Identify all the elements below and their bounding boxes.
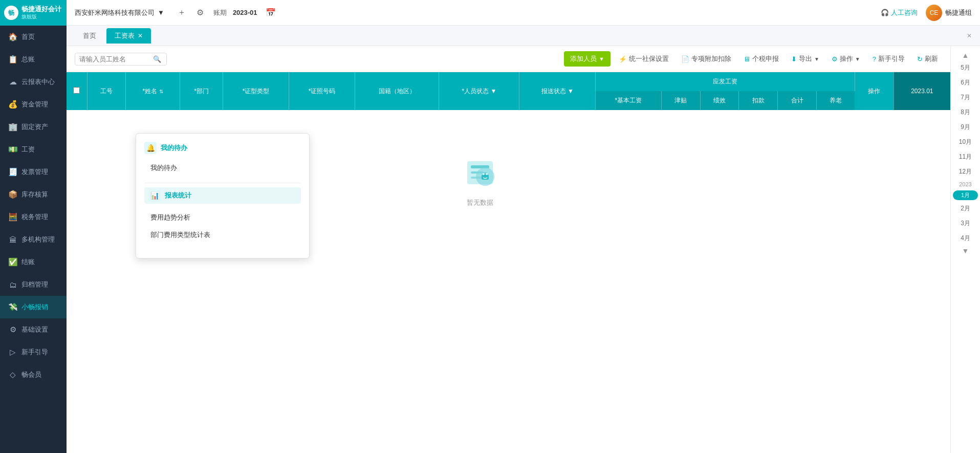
- dropdown-divider: [144, 183, 301, 183]
- period-value: 2023-01: [233, 9, 257, 16]
- refresh-label: 刷新: [925, 54, 938, 63]
- sidebar-item-member[interactable]: ◇ 畅会员: [0, 363, 67, 386]
- month-item-jun[interactable]: 6月: [951, 75, 980, 90]
- logo-icon-text: 畅: [8, 9, 14, 17]
- sidebar-item-assets[interactable]: 🏢 固定资产: [0, 116, 67, 138]
- month-item-jul[interactable]: 7月: [951, 90, 980, 105]
- tab-home[interactable]: 首页: [75, 28, 104, 44]
- current-month-jan[interactable]: 1月: [953, 190, 978, 200]
- month-item-oct[interactable]: 10月: [951, 135, 980, 149]
- operation-btn[interactable]: ⚙ 操作 ▼: [827, 52, 864, 66]
- th-nationality: 国籍（地区）: [355, 72, 439, 110]
- sidebar-nav: 🏠 首页 📋 总账 ☁ 云报表中心 💰 资金管理 🏢 固定资产 💵 工资 🧾 发…: [0, 26, 67, 453]
- sidebar-item-basic[interactable]: ⚙ 基础设置: [0, 318, 67, 341]
- calendar-btn[interactable]: 📅: [264, 6, 278, 20]
- submit-filter-icon[interactable]: ▼: [568, 88, 574, 95]
- tax-icon: 🧮: [8, 212, 17, 222]
- todo-item[interactable]: 我的待办: [144, 159, 301, 177]
- salary-icon: 💵: [8, 145, 17, 154]
- empty-icon: [460, 151, 500, 192]
- month-item-mar[interactable]: 3月: [951, 216, 980, 231]
- month-item-feb[interactable]: 2月: [951, 201, 980, 216]
- guide-action-icon: ?: [873, 55, 876, 63]
- sidebar-item-tax[interactable]: 🧮 税务管理: [0, 206, 67, 228]
- status-filter-icon[interactable]: ▼: [491, 88, 497, 95]
- table-container: 工号 *姓名 ⇅ *部门 *证型类型: [67, 72, 950, 453]
- member-icon: ◇: [8, 370, 17, 379]
- tab-salary-table[interactable]: 工资表 ✕: [106, 28, 151, 44]
- add-company-btn[interactable]: ＋: [175, 6, 189, 20]
- dropdown-section-todo: 🔔 我的待办 我的待办: [144, 142, 301, 177]
- guide-btn[interactable]: ? 新手引导: [868, 52, 909, 66]
- settings-btn[interactable]: ⚙: [193, 6, 207, 20]
- name-sort-icon[interactable]: ⇅: [159, 89, 163, 94]
- month-item-aug[interactable]: 8月: [951, 105, 980, 120]
- select-all-checkbox[interactable]: [73, 87, 80, 94]
- sidebar-item-home[interactable]: 🏠 首页: [0, 26, 67, 48]
- sidebar-item-guide[interactable]: ▷ 新手引导: [0, 341, 67, 363]
- month-item-apr[interactable]: 4月: [951, 231, 980, 246]
- toolbar: 🔍 添加人员 ▼ ⚡ 统一社保设置 📄 专项附加扣除: [67, 46, 950, 72]
- close-all-btn[interactable]: ✕: [967, 32, 972, 39]
- month-item-nov[interactable]: 11月: [951, 149, 980, 164]
- sidebar-item-invoice[interactable]: 🧾 发票管理: [0, 161, 67, 183]
- salary-label: 工资: [21, 145, 35, 154]
- member-label: 畅会员: [21, 370, 41, 379]
- special-deduction-btn[interactable]: 📄 专项附加扣除: [677, 52, 735, 66]
- month-nav: ▲ 5月 6月 7月 8月 9月 10月 11月 12月 2023 1月 2月 …: [950, 46, 980, 453]
- th-total: 合计: [778, 91, 817, 110]
- special-deduction-label: 专项附加扣除: [691, 54, 731, 63]
- search-box[interactable]: 🔍: [75, 53, 167, 66]
- sidebar-item-inventory[interactable]: 📦 库存核算: [0, 183, 67, 206]
- customer-service-btn[interactable]: 🎧 人工咨询: [881, 8, 918, 17]
- tab-close-btn[interactable]: ✕: [138, 32, 143, 39]
- user-info[interactable]: CE 畅捷通组: [926, 5, 972, 21]
- company-selector[interactable]: 西安虾米网络科技有限公司 ▼: [75, 8, 164, 17]
- add-person-btn[interactable]: 添加人员 ▼: [564, 51, 611, 67]
- tax-declaration-icon: 🖥: [744, 55, 750, 63]
- logo-title: 畅捷通好会计: [21, 5, 61, 13]
- export-btn[interactable]: ⬇ 导出 ▼: [787, 52, 823, 66]
- th-period-value: 2023.01: [911, 88, 933, 95]
- sidebar-item-cloud[interactable]: ☁ 云报表中心: [0, 71, 67, 93]
- sidebar-item-expense[interactable]: 💸 小畅报销: [0, 296, 67, 318]
- sidebar-item-archive[interactable]: 🗂 归档管理: [0, 273, 67, 296]
- tax-declaration-btn[interactable]: 🖥 个税申报: [739, 52, 783, 66]
- social-security-btn[interactable]: ⚡ 统一社保设置: [615, 52, 673, 66]
- sidebar-logo: 畅 畅捷通好会计 旗舰版: [0, 0, 67, 26]
- sidebar-item-multi[interactable]: 🏛 多机构管理: [0, 228, 67, 251]
- th-allowance: 津贴: [661, 91, 700, 110]
- sidebar-item-settle[interactable]: ✅ 结账: [0, 251, 67, 273]
- social-security-label: 统一社保设置: [629, 54, 669, 63]
- th-performance: 绩效: [700, 91, 739, 110]
- month-item-may[interactable]: 5月: [951, 60, 980, 75]
- todo-title-label: 我的待办: [161, 143, 187, 153]
- multi-icon: 🏛: [8, 235, 17, 244]
- month-nav-up[interactable]: ▲: [958, 50, 973, 60]
- dropdown-section-report: 📊 报表统计 费用趋势分析 部门费用类型统计表: [144, 187, 301, 244]
- topbar-right: 🎧 人工咨询 CE 畅捷通组: [881, 5, 972, 21]
- settle-icon: ✅: [8, 257, 17, 267]
- refresh-icon: ↻: [917, 55, 923, 63]
- sidebar-item-salary[interactable]: 💵 工资: [0, 138, 67, 161]
- tab-home-label: 首页: [83, 31, 96, 40]
- sidebar-item-fund[interactable]: 💰 资金管理: [0, 93, 67, 116]
- checkbox-header[interactable]: [67, 72, 87, 110]
- guide-action-label: 新手引导: [878, 54, 905, 63]
- invoice-icon: 🧾: [8, 167, 17, 177]
- expense-trend-item[interactable]: 费用趋势分析: [144, 209, 301, 226]
- search-input[interactable]: [79, 55, 151, 63]
- month-nav-down[interactable]: ▼: [958, 246, 973, 256]
- guide-label: 新手引导: [21, 348, 48, 357]
- add-person-label: 添加人员: [570, 54, 597, 63]
- month-item-sep[interactable]: 9月: [951, 120, 980, 135]
- dept-expense-item[interactable]: 部门费用类型统计表: [144, 226, 301, 244]
- refresh-btn[interactable]: ↻ 刷新: [913, 52, 942, 66]
- assets-label: 固定资产: [21, 122, 48, 132]
- basic-label: 基础设置: [21, 325, 48, 334]
- user-avatar: CE: [926, 5, 942, 21]
- archive-icon: 🗂: [8, 281, 17, 289]
- sidebar-item-ledger[interactable]: 📋 总账: [0, 48, 67, 71]
- month-item-dec[interactable]: 12月: [951, 164, 980, 179]
- inventory-icon: 📦: [8, 190, 17, 199]
